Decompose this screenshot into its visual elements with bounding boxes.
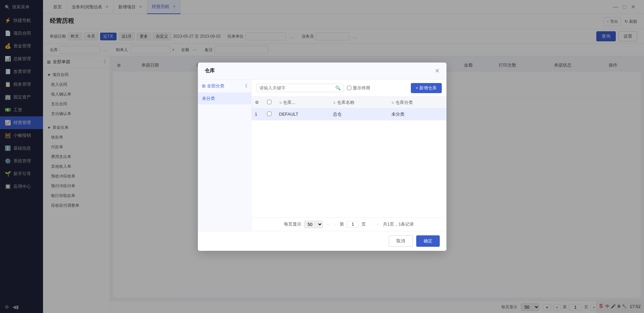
modal-overlay[interactable]: 仓库 ✕ ⊞ 全部分类 《 未分类 (0, 0, 644, 313)
modal-sidebar-icons: 《 (243, 83, 247, 89)
modal-footer: 取消 确定 (198, 231, 446, 251)
modal-table: ⚙ ⇅ 仓库... ⇅ (252, 97, 446, 120)
modal-per-page-label: 每页显示 (284, 221, 301, 227)
row-category: 未分类 (388, 108, 446, 120)
modal-search-input[interactable] (259, 85, 333, 90)
modal-title: 仓库 (205, 68, 215, 74)
warehouse-modal: 仓库 ✕ ⊞ 全部分类 《 未分类 (198, 63, 446, 251)
row-select-checkbox[interactable] (267, 112, 271, 116)
modal-confirm-button[interactable]: 确定 (416, 235, 440, 247)
add-warehouse-button[interactable]: + 新增仓库 (411, 83, 441, 93)
row-code: DEFAULT (276, 108, 330, 120)
row-checkbox[interactable] (264, 108, 276, 120)
table-row[interactable]: 1 DEFAULT 总仓 未分类 (252, 108, 446, 120)
modal-page-next-btn[interactable]: › (369, 221, 373, 227)
modal-search-box: 🔍 (256, 84, 344, 92)
show-disabled-text: 显示停用 (353, 85, 370, 91)
modal-th-checkbox (264, 97, 276, 109)
modal-header: 仓库 ✕ (198, 63, 446, 80)
all-category-label: 全部分类 (207, 83, 224, 89)
modal-select-all-checkbox[interactable] (267, 100, 271, 104)
modal-sidebar-all-category[interactable]: ⊞ 全部分类 (202, 83, 224, 89)
modal-per-page-select[interactable]: 50 100 (304, 221, 323, 228)
modal-page-suffix: 页 (361, 221, 366, 227)
modal-toolbar: 🔍 显示停用 + 新增仓库 (252, 80, 446, 97)
modal-pagination: 每页显示 50 100 « ‹ 第 页 › » 共1页，1条记录 (252, 218, 446, 231)
modal-page-input[interactable] (347, 221, 359, 228)
modal-sort-icon-name: ⇅ (333, 101, 336, 105)
show-disabled-label[interactable]: 显示停用 (347, 85, 370, 91)
modal-sidebar: ⊞ 全部分类 《 未分类 (198, 80, 252, 231)
grid-small-icon: ⊞ (202, 83, 206, 88)
modal-sort-icon-category: ⇅ (391, 101, 394, 105)
modal-th-category: ⇅ 仓库分类 (388, 97, 446, 109)
modal-settings-icon[interactable]: ⚙ (255, 100, 259, 105)
uncategorized-label: 未分类 (202, 96, 215, 101)
modal-main: 🔍 显示停用 + 新增仓库 ⚙ (252, 80, 446, 231)
modal-page-prev-btn[interactable]: ‹ (333, 221, 337, 227)
modal-sidebar-expand-icon[interactable]: 《 (243, 83, 247, 89)
row-num: 1 (252, 108, 264, 120)
modal-search-icon: 🔍 (335, 85, 341, 90)
modal-page-first-btn[interactable]: « (326, 221, 331, 227)
modal-sidebar-header: ⊞ 全部分类 《 (198, 80, 251, 93)
modal-sort-icon-code: ⇅ (279, 101, 282, 105)
modal-page-last-btn[interactable]: » (375, 221, 380, 227)
modal-page-label: 第 (340, 221, 344, 227)
row-name: 总仓 (330, 108, 388, 120)
modal-cancel-button[interactable]: 取消 (389, 235, 413, 247)
modal-th-name: ⇅ 仓库名称 (330, 97, 388, 109)
modal-th-settings[interactable]: ⚙ (252, 97, 264, 109)
modal-sidebar-item-uncategorized[interactable]: 未分类 (198, 93, 251, 104)
show-disabled-checkbox[interactable] (347, 86, 351, 90)
modal-th-code: ⇅ 仓库... (276, 97, 330, 109)
modal-body: ⊞ 全部分类 《 未分类 🔍 (198, 80, 446, 231)
modal-table-scroll: ⚙ ⇅ 仓库... ⇅ (252, 97, 446, 218)
modal-close-button[interactable]: ✕ (435, 67, 440, 75)
modal-total-text: 共1页，1条记录 (383, 221, 414, 227)
